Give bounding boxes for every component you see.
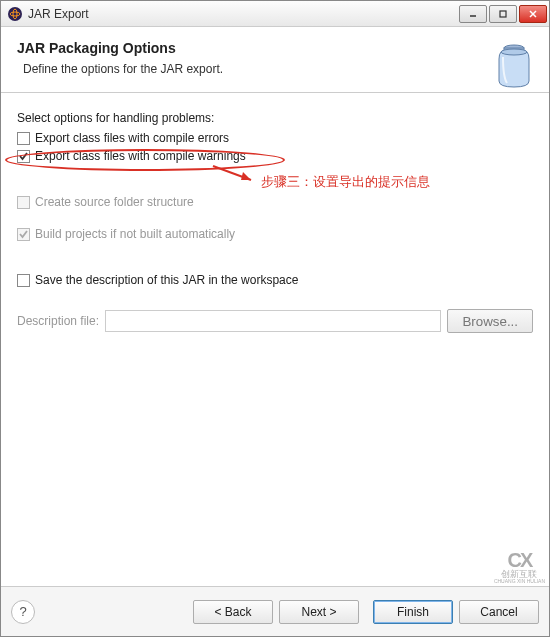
help-button[interactable]: ? xyxy=(11,600,35,624)
svg-point-9 xyxy=(501,49,527,55)
jar-icon xyxy=(493,39,535,89)
next-button[interactable]: Next > xyxy=(279,600,359,624)
cancel-button[interactable]: Cancel xyxy=(459,600,539,624)
content-area: Select options for handling problems: Ex… xyxy=(1,93,549,343)
label-create-folder: Create source folder structure xyxy=(35,195,194,209)
help-icon: ? xyxy=(19,604,26,619)
window-controls xyxy=(457,5,547,23)
label-export-errors: Export class files with compile errors xyxy=(35,131,229,145)
label-build-projects: Build projects if not built automaticall… xyxy=(35,227,235,241)
back-button[interactable]: < Back xyxy=(193,600,273,624)
wizard-footer: ? < Back Next > Finish Cancel xyxy=(1,586,549,636)
checkbox-row-errors: Export class files with compile errors xyxy=(17,131,533,145)
eclipse-icon xyxy=(7,6,23,22)
watermark-text2: CHUANG XIN HULIAN xyxy=(494,579,545,584)
checkbox-row-build: Build projects if not built automaticall… xyxy=(17,227,533,241)
finish-button[interactable]: Finish xyxy=(373,600,453,624)
checkbox-create-folder xyxy=(17,196,30,209)
page-subtitle: Define the options for the JAR export. xyxy=(23,62,533,76)
checkbox-build-projects xyxy=(17,228,30,241)
minimize-button[interactable] xyxy=(459,5,487,23)
label-export-warnings: Export class files with compile warnings xyxy=(35,149,246,163)
browse-button: Browse... xyxy=(447,309,533,333)
description-file-input xyxy=(105,310,441,332)
close-button[interactable] xyxy=(519,5,547,23)
label-save-description: Save the description of this JAR in the … xyxy=(35,273,298,287)
svg-rect-4 xyxy=(500,11,506,17)
checkbox-row-folder: Create source folder structure xyxy=(17,195,533,209)
description-file-row: Description file: Browse... xyxy=(17,309,533,333)
options-prompt: Select options for handling problems: xyxy=(17,111,533,125)
wizard-header: JAR Packaging Options Define the options… xyxy=(1,27,549,93)
checkbox-export-errors[interactable] xyxy=(17,132,30,145)
maximize-button[interactable] xyxy=(489,5,517,23)
checkbox-export-warnings[interactable] xyxy=(17,150,30,163)
checkbox-save-description[interactable] xyxy=(17,274,30,287)
window-title: JAR Export xyxy=(28,7,457,21)
checkbox-row-savedesc: Save the description of this JAR in the … xyxy=(17,273,533,287)
watermark: CX 创新互联 CHUANG XIN HULIAN xyxy=(494,550,545,584)
page-title: JAR Packaging Options xyxy=(17,40,533,56)
watermark-logo: CX xyxy=(494,550,545,570)
title-bar: JAR Export xyxy=(1,1,549,27)
description-file-label: Description file: xyxy=(17,314,99,328)
checkbox-row-warnings: Export class files with compile warnings xyxy=(17,149,533,163)
